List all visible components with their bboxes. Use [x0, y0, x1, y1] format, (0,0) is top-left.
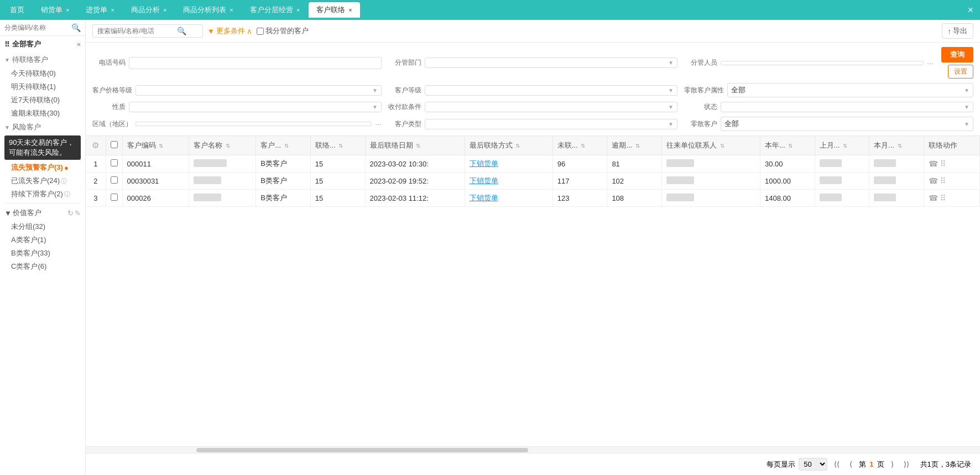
tab-product-analysis[interactable]: 商品分析 × [123, 2, 174, 18]
col-action[interactable]: 联络动作 [924, 136, 979, 155]
horizontal-scrollbar[interactable] [86, 446, 980, 453]
sidebar-search-icon[interactable]: 🔍 [71, 23, 81, 32]
payment-select[interactable]: ▼ [425, 102, 677, 112]
row1-more-icon[interactable]: ⠿ [940, 159, 946, 168]
filter-search-input[interactable] [97, 27, 175, 35]
sidebar-all-customers[interactable]: ⠿ 全部客户 « [0, 36, 85, 53]
close-sales-order-icon[interactable]: × [66, 7, 69, 13]
manager-more-icon[interactable]: ··· [927, 59, 934, 67]
row3-checkbox[interactable] [111, 194, 118, 201]
sidebar-item-tomorrow[interactable]: 明天待联络(1) [0, 80, 85, 93]
col-contact[interactable]: 联络... ⇅ [310, 136, 365, 155]
close-product-analysis-icon[interactable]: × [163, 7, 166, 13]
col-uncontacted[interactable]: 未联... ⇅ [552, 136, 607, 155]
sidebar-item-churn-warning[interactable]: 流失预警客户(3) ● [0, 161, 85, 174]
page-next-icon[interactable]: ⟩ [888, 459, 897, 469]
sidebar-item-b-class[interactable]: B类客户(33) [0, 247, 85, 260]
scrollbar-thumb[interactable] [196, 448, 528, 452]
sidebar-item-today[interactable]: 今天待联络(0) [0, 67, 85, 80]
sidebar-group-risk[interactable]: ▼ 风险客户 [0, 120, 85, 134]
export-button[interactable]: ↑ 导出 [942, 23, 974, 39]
row3-check[interactable] [106, 190, 122, 207]
filter-icon: ▼ [207, 27, 215, 35]
row1-phone-icon[interactable]: ☎ [929, 159, 938, 168]
sidebar-search-input[interactable] [4, 24, 69, 32]
sidebar-item-declining[interactable]: 持续下滑客户(2) ⓘ [0, 187, 85, 201]
tab-purchase-order[interactable]: 进货单 × [78, 2, 122, 18]
phone-input[interactable] [129, 57, 382, 69]
close-contact-icon[interactable]: × [348, 7, 352, 13]
row1-checkbox[interactable] [111, 159, 118, 166]
row1-last-method[interactable]: 下销货单 [465, 155, 552, 173]
sidebar-group-value[interactable]: ▼ 价值客户 ↻ ✎ [0, 206, 85, 220]
sidebar-item-churned[interactable]: 已流失客户(24) ⓘ [0, 174, 85, 187]
sidebar-item-overdue[interactable]: 逾期未联络(30) [0, 107, 85, 120]
tab-customer-segmentation[interactable]: 客户分层经营 × [242, 2, 307, 18]
close-all-tabs-button[interactable]: × [963, 4, 978, 16]
col-last-method[interactable]: 最后联络方式 ⇅ [465, 136, 552, 155]
filter-search-icon[interactable]: 🔍 [177, 27, 186, 35]
query-button[interactable]: 查询 [941, 47, 973, 62]
row1-check[interactable] [106, 155, 122, 173]
my-customers-checkbox[interactable] [257, 28, 264, 35]
row2-more-icon[interactable]: ⠿ [940, 176, 946, 185]
settings-button[interactable]: 设置 [948, 65, 973, 79]
close-segmentation-icon[interactable]: × [296, 7, 300, 13]
row2-name [189, 173, 256, 190]
customer-level-select[interactable]: ▼ [425, 85, 677, 96]
edit-icon[interactable]: ✎ [75, 209, 81, 217]
filter-row-receivables-attr: 零散客户属性 全部 ▼ [684, 83, 973, 97]
close-product-list-icon[interactable]: × [230, 7, 233, 13]
tab-customer-contact[interactable]: 客户联络 × [309, 2, 359, 18]
row1-index: 1 [86, 155, 106, 173]
customer-type-select[interactable]: ▼ [425, 119, 677, 129]
retail-customer-select[interactable]: 全部 ▼ [721, 117, 973, 131]
select-all-checkbox[interactable] [111, 141, 118, 148]
col-this-month[interactable]: 本月... ⇅ [869, 136, 924, 155]
row3-more-icon[interactable]: ⠿ [940, 194, 946, 202]
col-name[interactable]: 客户名称 ⇅ [189, 136, 256, 155]
gender-select[interactable]: ▼ [129, 102, 382, 112]
region-select[interactable] [135, 122, 372, 126]
page-last-icon[interactable]: ⟩⟩ [900, 459, 913, 469]
col-overdue[interactable]: 逾期... ⇅ [607, 136, 662, 155]
my-customers-checkbox-label[interactable]: 我分管的客户 [257, 26, 309, 36]
dept-select[interactable]: ▼ [425, 58, 677, 68]
manager-select[interactable] [721, 61, 924, 65]
per-page-select[interactable]: 50 100 200 [799, 458, 827, 471]
col-company-contact[interactable]: 往来单位联系人 ⇅ [662, 136, 760, 155]
settings-gear-icon[interactable]: ⚙ [92, 140, 99, 150]
tab-sales-order[interactable]: 销货单 × [33, 2, 77, 18]
row2-phone-icon[interactable]: ☎ [929, 176, 938, 185]
sidebar-item-week[interactable]: 近7天待联络(0) [0, 93, 85, 107]
tab-homepage[interactable]: 首页 [2, 2, 32, 18]
row3-last-method[interactable]: 下销货单 [465, 190, 552, 207]
sidebar-item-a-class[interactable]: A类客户(1) [0, 233, 85, 247]
col-last-month[interactable]: 上月... ⇅ [815, 136, 869, 155]
sidebar-item-ungrouped[interactable]: 未分组(32) [0, 220, 85, 233]
close-purchase-order-icon[interactable]: × [111, 7, 114, 13]
region-more-icon[interactable]: ··· [375, 119, 382, 128]
col-code[interactable]: 客户编码 ⇅ [122, 136, 189, 155]
col-level[interactable]: 客户... ⇅ [256, 136, 311, 155]
row2-check[interactable] [106, 173, 122, 190]
receivables-attr-select[interactable]: 全部 ▼ [727, 83, 973, 97]
col-this-year[interactable]: 本年... ⇅ [760, 136, 815, 155]
sidebar-item-c-class[interactable]: C类客户(6) [0, 260, 85, 273]
tab-product-list[interactable]: 商品分析列表 × [175, 2, 241, 18]
col-last-date[interactable]: 最后联络日期 ⇅ [365, 136, 465, 155]
row3-phone-icon[interactable]: ☎ [929, 194, 938, 202]
col-settings[interactable]: ⚙ [86, 136, 106, 155]
page-first-icon[interactable]: ⟨⟨ [831, 459, 843, 469]
price-level-select[interactable]: ▼ [135, 85, 382, 96]
table-row: 2 00030031 B类客户 [86, 173, 980, 190]
page-prev-icon[interactable]: ⟨ [846, 459, 856, 469]
col-checkbox[interactable] [106, 136, 122, 155]
row2-checkbox[interactable] [111, 176, 118, 184]
sidebar-group-pending[interactable]: ▼ 待联络客户 [0, 53, 85, 67]
row2-last-method[interactable]: 下销货单 [465, 173, 552, 190]
more-conditions-button[interactable]: ▼ 更多条件 ∧ [207, 26, 252, 36]
refresh-icon[interactable]: ↻ [67, 209, 74, 217]
status-select[interactable]: ▼ [721, 102, 973, 112]
chevron-down-icon-recv: ▼ [964, 87, 969, 93]
